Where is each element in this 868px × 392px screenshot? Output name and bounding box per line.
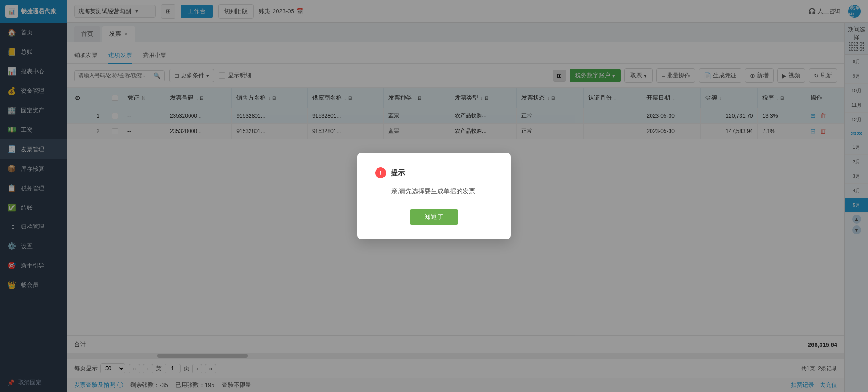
modal-title-row: ! 提示 (375, 167, 405, 178)
modal-overlay: ! 提示 亲,请先选择要生成单据的发票! 知道了 (0, 0, 868, 392)
modal-dialog: ! 提示 亲,请先选择要生成单据的发票! 知道了 (357, 153, 511, 239)
modal-warning-icon: ! (375, 167, 386, 178)
modal-ok-button[interactable]: 知道了 (410, 209, 458, 225)
modal-title: 提示 (391, 168, 405, 178)
modal-message: 亲,请先选择要生成单据的发票! (391, 187, 477, 196)
